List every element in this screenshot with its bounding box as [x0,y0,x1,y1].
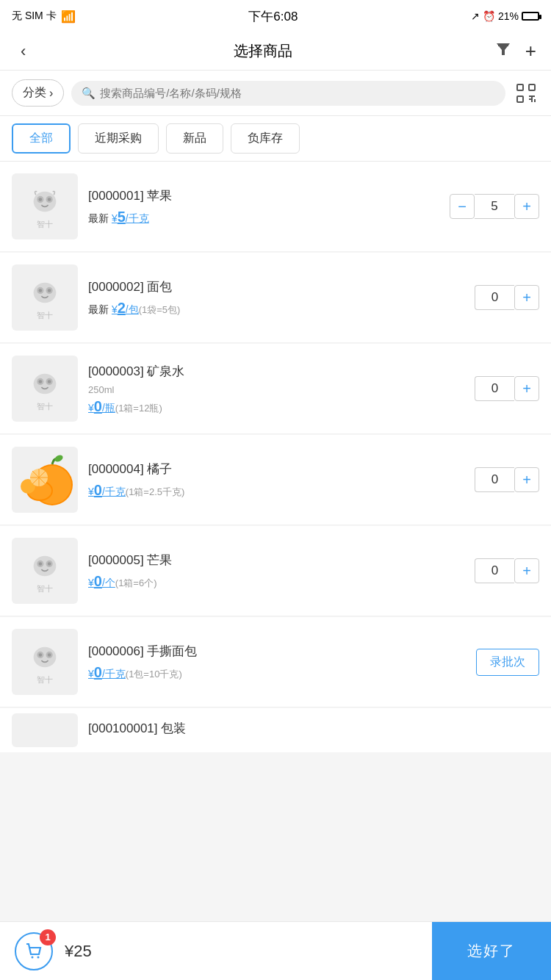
product-item: 智十 [0000006] 手撕面包 ¥0/千克(1包=10千克) 录批次 [0,617,551,707]
svg-point-29 [54,454,64,464]
wifi-icon: 📶 [61,10,76,24]
tab-negative[interactable]: 负库存 [231,123,300,154]
back-button[interactable]: ‹ [15,36,32,67]
product-image: 智十 [12,538,78,604]
price-currency: ¥ [112,212,118,224]
battery-icon [522,12,539,21]
svg-point-14 [34,282,57,303]
product-image [12,447,78,513]
product-image: 智十 [12,629,78,695]
svg-point-12 [39,198,43,201]
price-extra: (1箱=6个) [115,577,157,588]
svg-point-39 [48,562,51,566]
qty-increase-button[interactable]: + [514,558,539,583]
qty-increase-button[interactable]: + [514,194,539,219]
scan-button[interactable] [513,80,539,107]
product-info: [0000004] 橘子 ¥0/千克(1箱=2.5千克) [88,461,464,499]
price-value: 0 [94,398,102,414]
qty-control: 录批次 [476,649,539,676]
product-price: ¥0/千克(1包=10千克) [88,664,466,681]
product-item-partial: [000100001] 包装 [0,708,551,752]
price-extra: (1箱=12瓶) [115,403,162,414]
product-info: [0000002] 面包 最新 ¥2/包(1袋=5包) [88,278,464,317]
price-currency: ¥ [88,486,94,497]
product-image: 智十 [12,173,78,239]
product-item: [0000004] 橘子 ¥0/千克(1箱=2.5千克) + [0,435,551,525]
product-image: 智十 [12,356,78,422]
category-button[interactable]: 分类 › [12,79,64,107]
svg-point-40 [34,646,57,667]
price-value: 0 [94,664,102,680]
product-name: [0000006] 手撕面包 [88,643,466,660]
product-info: [0000003] 矿泉水 250ml ¥0/瓶(1箱=12瓶) [88,363,464,415]
qty-control: + [475,285,539,310]
qty-decrease-button[interactable]: − [450,194,475,219]
cart-icon[interactable]: 1 [15,932,53,970]
status-bar: 无 SIM 卡 📶 下午6:08 ↗ ⏰ 21% [0,0,551,32]
tab-new[interactable]: 新品 [166,123,223,154]
svg-point-38 [39,562,43,566]
qty-input[interactable] [475,285,514,310]
tab-recent[interactable]: 近期采购 [78,123,159,154]
qty-increase-button[interactable]: + [514,467,539,492]
product-name: [0000003] 矿泉水 [88,363,464,380]
price-extra: (1包=10千克) [126,669,182,680]
qty-input[interactable] [475,467,514,492]
qty-input[interactable] [475,194,514,219]
svg-point-35 [34,555,57,576]
price-label: 最新 [88,212,109,224]
price-unit: /个 [102,577,115,588]
product-name: [0000001] 苹果 [88,187,439,204]
page-title: 选择商品 [234,41,292,61]
qty-control: + [475,467,539,492]
qty-input[interactable] [475,376,514,401]
price-value: 2 [118,300,126,316]
svg-point-22 [39,380,43,383]
product-image-svg [12,447,78,513]
qty-increase-button[interactable]: + [514,285,539,310]
search-input[interactable] [100,87,495,99]
location-icon: ↗ [471,10,480,22]
category-label: 分类 [23,85,46,101]
confirm-button[interactable]: 选好了 [432,922,551,981]
product-price: ¥0/瓶(1箱=12瓶) [88,398,464,415]
filter-icon[interactable] [494,40,512,62]
product-name: [0000005] 芒果 [88,552,464,569]
product-name: [0000002] 面包 [88,278,464,295]
product-spec: 250ml [88,384,464,395]
svg-point-13 [48,198,51,201]
status-carrier: 无 SIM 卡 📶 [12,10,76,24]
filter-bar: 分类 › 🔍 [0,71,551,116]
product-price: 最新 ¥5/千克 [88,209,439,226]
product-name: [0000004] 橘子 [88,461,464,478]
price-label: 最新 [88,303,109,315]
product-image: 智十 [12,264,78,331]
qty-input[interactable] [475,558,514,583]
product-info: [0000001] 苹果 最新 ¥5/千克 [88,187,439,226]
price-extra: (1袋=5包) [139,304,181,315]
price-unit: /千克 [102,668,126,680]
svg-rect-3 [529,84,535,90]
svg-point-44 [48,653,51,657]
tab-all[interactable]: 全部 [12,123,71,154]
add-button[interactable]: + [525,40,536,62]
batch-record-button[interactable]: 录批次 [476,649,539,676]
bottom-bar: 1 ¥25 选好了 [0,921,551,980]
product-info: [0000005] 芒果 ¥0/个(1箱=6个) [88,552,464,590]
svg-rect-4 [517,96,523,102]
price-currency: ¥ [112,303,118,315]
status-time: 下午6:08 [248,8,298,25]
qty-increase-button[interactable]: + [514,376,539,401]
qty-control: − + [450,194,539,219]
svg-point-46 [37,956,40,958]
tabs-bar: 全部 近期采购 新品 负库存 [0,116,551,162]
search-icon: 🔍 [82,87,96,100]
product-price: 最新 ¥2/包(1袋=5包) [88,300,464,317]
price-value: 0 [94,573,102,589]
svg-point-43 [39,653,43,657]
price-currency: ¥ [88,402,94,414]
price-currency: ¥ [88,577,94,588]
price-unit: /包 [126,303,139,315]
product-item: 智十 [0000003] 矿泉水 250ml ¥0/瓶(1箱=12瓶) + [0,344,551,434]
product-info: [0000006] 手撕面包 ¥0/千克(1包=10千克) [88,643,466,681]
